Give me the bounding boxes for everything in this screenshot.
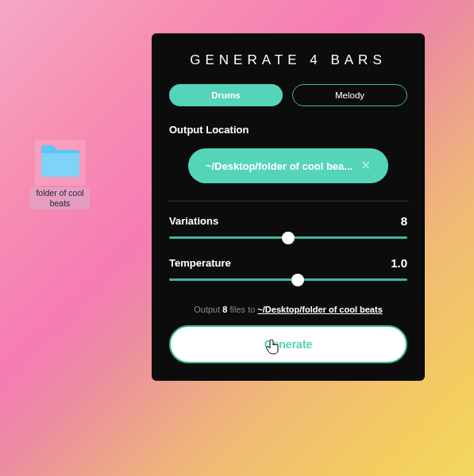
tab-row: Drums Melody [169,84,407,106]
tab-melody[interactable]: Melody [292,84,407,106]
variations-slider[interactable] [169,236,407,239]
folder-icon [40,144,81,182]
output-location-label: Output Location [169,124,407,136]
temperature-label: Temperature [169,257,231,269]
output-location-chip[interactable]: ~/Desktop/folder of cool bea... ✕ [188,148,388,183]
variations-slider-row: Variations 8 [169,214,407,239]
desktop-folder-label: folder of cool beats [30,187,90,209]
temperature-slider-row: Temperature 1.0 [169,256,407,281]
folder-icon-selection [35,140,86,186]
divider [168,201,409,202]
generate-button[interactable]: Generate [169,325,407,363]
generate-panel: GENERATE 4 BARS Drums Melody Output Loca… [152,33,425,381]
temperature-slider[interactable] [169,278,407,281]
summary-path: ~/Desktop/folder of cool beats [257,305,382,314]
variations-value: 8 [401,214,407,228]
app-title: GENERATE 4 BARS [169,52,407,68]
variations-slider-thumb[interactable] [282,232,295,244]
desktop-folder[interactable]: folder of cool beats [30,140,90,209]
output-summary: Output 8 files to ~/Desktop/folder of co… [169,305,407,314]
summary-prefix: Output [194,305,222,314]
temperature-value: 1.0 [391,256,407,270]
tab-drums[interactable]: Drums [169,84,283,106]
close-icon[interactable]: ✕ [360,159,371,172]
generate-button-label: Generate [264,338,313,351]
output-path-text: ~/Desktop/folder of cool bea... [206,160,353,172]
summary-middle: files to [227,305,257,314]
variations-label: Variations [169,215,218,227]
temperature-slider-thumb[interactable] [291,274,304,286]
